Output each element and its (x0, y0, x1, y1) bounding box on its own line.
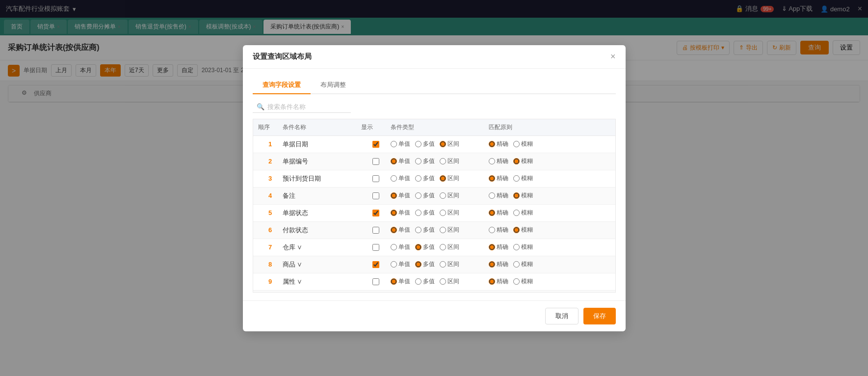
display-checkbox-9[interactable] (372, 278, 379, 285)
row-display-9[interactable] (361, 278, 391, 285)
row-display-8[interactable] (361, 261, 391, 268)
match-option-精确-7[interactable]: 精确 (489, 243, 508, 251)
row-display-1[interactable] (361, 141, 391, 148)
match-option-精确-8[interactable]: 精确 (489, 260, 508, 269)
match-option-模糊-8[interactable]: 模糊 (513, 260, 533, 269)
match-radio-模糊-3[interactable] (513, 175, 520, 182)
row-display-3[interactable] (361, 175, 391, 182)
match-option-模糊-5[interactable]: 模糊 (513, 209, 533, 217)
row-display-7[interactable] (361, 244, 391, 251)
save-button[interactable]: 保存 (583, 308, 616, 324)
type-radio-单值-1[interactable] (391, 141, 397, 147)
display-checkbox-8[interactable] (372, 261, 379, 268)
type-option-单值-1[interactable]: 单值 (391, 140, 410, 148)
type-radio-单值-8[interactable] (391, 261, 397, 268)
type-radio-单值-2[interactable] (391, 158, 397, 164)
row-display-5[interactable] (361, 210, 391, 216)
match-option-模糊-4[interactable]: 模糊 (513, 191, 533, 200)
type-option-区间-3[interactable]: 区间 (440, 174, 459, 183)
match-radio-模糊-9[interactable] (513, 278, 520, 285)
type-radio-区间-3[interactable] (440, 175, 446, 182)
display-checkbox-2[interactable] (372, 158, 379, 165)
row-display-6[interactable] (361, 227, 391, 234)
type-option-区间-1[interactable]: 区间 (440, 140, 459, 148)
display-checkbox-3[interactable] (372, 175, 379, 182)
cancel-button[interactable]: 取消 (545, 308, 579, 324)
type-option-多值-9[interactable]: 多值 (415, 277, 435, 286)
type-radio-单值-9[interactable] (391, 278, 397, 285)
type-radio-多值-9[interactable] (415, 278, 421, 285)
type-option-区间-5[interactable]: 区间 (440, 209, 459, 217)
display-checkbox-6[interactable] (372, 227, 379, 234)
type-option-单值-9[interactable]: 单值 (391, 277, 410, 286)
type-radio-多值-5[interactable] (415, 210, 421, 216)
type-option-多值-1[interactable]: 多值 (415, 140, 435, 148)
type-option-单值-3[interactable]: 单值 (391, 174, 410, 183)
match-radio-模糊-2[interactable] (513, 158, 520, 164)
type-radio-单值-5[interactable] (391, 210, 397, 216)
type-option-区间-6[interactable]: 区间 (440, 226, 459, 234)
type-option-单值-2[interactable]: 单值 (391, 157, 410, 165)
type-radio-区间-6[interactable] (440, 227, 446, 233)
display-checkbox-4[interactable] (372, 192, 379, 199)
match-radio-模糊-4[interactable] (513, 192, 520, 199)
type-radio-多值-8[interactable] (415, 261, 421, 268)
row-display-2[interactable] (361, 158, 391, 165)
type-radio-多值-4[interactable] (415, 192, 421, 199)
type-option-区间-9[interactable]: 区间 (440, 277, 459, 286)
type-radio-区间-9[interactable] (440, 278, 446, 285)
match-option-精确-2[interactable]: 精确 (489, 157, 508, 165)
display-checkbox-7[interactable] (372, 244, 379, 251)
match-radio-精确-8[interactable] (489, 261, 495, 268)
type-option-多值-4[interactable]: 多值 (415, 191, 435, 200)
match-radio-精确-2[interactable] (489, 158, 495, 164)
match-radio-精确-5[interactable] (489, 210, 495, 216)
type-option-单值-5[interactable]: 单值 (391, 209, 410, 217)
display-checkbox-1[interactable] (372, 141, 379, 148)
type-radio-单值-7[interactable] (391, 244, 397, 250)
match-option-模糊-6[interactable]: 模糊 (513, 226, 533, 234)
type-radio-区间-1[interactable] (440, 141, 446, 147)
match-radio-模糊-8[interactable] (513, 261, 520, 268)
tab-query-fields[interactable]: 查询字段设置 (253, 77, 311, 94)
type-radio-单值-4[interactable] (391, 192, 397, 199)
match-option-精确-1[interactable]: 精确 (489, 140, 508, 148)
type-radio-区间-4[interactable] (440, 192, 446, 199)
match-radio-模糊-1[interactable] (513, 141, 520, 147)
match-radio-精确-9[interactable] (489, 278, 495, 285)
match-radio-精确-3[interactable] (489, 175, 495, 182)
type-radio-多值-2[interactable] (415, 158, 421, 164)
type-option-单值-7[interactable]: 单值 (391, 243, 410, 251)
type-option-多值-3[interactable]: 多值 (415, 174, 435, 183)
type-radio-单值-6[interactable] (391, 227, 397, 233)
type-option-区间-8[interactable]: 区间 (440, 260, 459, 269)
type-radio-区间-8[interactable] (440, 261, 446, 268)
match-radio-精确-4[interactable] (489, 192, 495, 199)
type-option-区间-4[interactable]: 区间 (440, 191, 459, 200)
match-option-精确-3[interactable]: 精确 (489, 174, 508, 183)
type-option-多值-5[interactable]: 多值 (415, 209, 435, 217)
type-option-多值-2[interactable]: 多值 (415, 157, 435, 165)
match-option-模糊-9[interactable]: 模糊 (513, 277, 533, 286)
match-radio-精确-7[interactable] (489, 244, 495, 250)
type-option-区间-2[interactable]: 区间 (440, 157, 459, 165)
type-option-多值-8[interactable]: 多值 (415, 260, 435, 269)
match-radio-模糊-7[interactable] (513, 244, 520, 250)
tab-layout-adjust[interactable]: 布局调整 (311, 77, 356, 94)
match-option-模糊-2[interactable]: 模糊 (513, 157, 533, 165)
type-radio-区间-7[interactable] (440, 244, 446, 250)
row-display-4[interactable] (361, 192, 391, 199)
match-option-精确-4[interactable]: 精确 (489, 191, 508, 200)
match-option-精确-5[interactable]: 精确 (489, 209, 508, 217)
type-option-单值-6[interactable]: 单值 (391, 226, 410, 234)
match-option-模糊-7[interactable]: 模糊 (513, 243, 533, 251)
match-option-精确-9[interactable]: 精确 (489, 277, 508, 286)
type-radio-多值-7[interactable] (415, 244, 421, 250)
modal-close-button[interactable]: × (610, 52, 616, 61)
match-radio-精确-6[interactable] (489, 227, 495, 233)
type-radio-多值-3[interactable] (415, 175, 421, 182)
display-checkbox-5[interactable] (372, 210, 379, 216)
type-option-单值-4[interactable]: 单值 (391, 191, 410, 200)
type-option-区间-7[interactable]: 区间 (440, 243, 459, 251)
type-option-多值-6[interactable]: 多值 (415, 226, 435, 234)
